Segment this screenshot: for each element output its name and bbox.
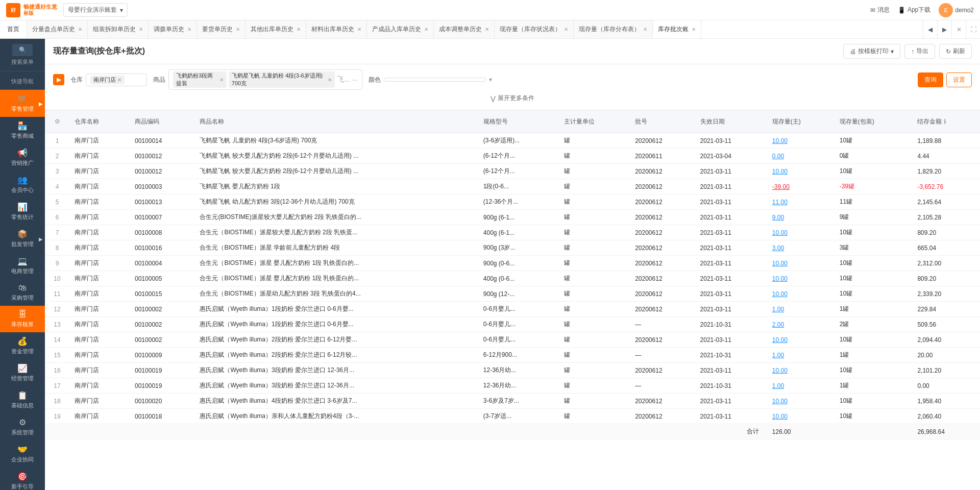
tab-close-icon[interactable]: ✕ [485, 27, 489, 32]
sidebar-item-retail-mgmt[interactable]: 🛒 零售管理 ▶ [0, 90, 45, 117]
product-tag-close-2[interactable]: ✕ [328, 77, 332, 83]
row-qty-main[interactable]: 3.00 [767, 240, 835, 256]
row-qty-main[interactable]: 10.00 [767, 332, 835, 348]
row-num: 14 [45, 332, 69, 348]
product-tag-group[interactable]: 飞鹤奶粉3段两提装 ✕ 飞鹤星飞帆 儿童奶粉 4段(3-6岁适用) 700克 ✕… [168, 69, 362, 90]
app-download-btn[interactable]: 📱 App下载 [898, 6, 930, 14]
row-warehouse: 南岸门店 [69, 348, 130, 363]
row-qty-main[interactable]: 10.00 [767, 256, 835, 271]
settings-btn[interactable]: 设置 [946, 72, 972, 87]
row-qty-main[interactable]: 10.00 [767, 286, 835, 302]
query-btn[interactable]: 查询 [918, 72, 943, 87]
tab-qitachu[interactable]: 其他出库单历史 ✕ [246, 20, 306, 38]
tab-xiancun2[interactable]: 现存量（库存分布表） ✕ [574, 20, 653, 38]
sidebar-item-basic-info[interactable]: 📋 基础信息 [0, 386, 45, 413]
export-btn[interactable]: ↑ 导出 [904, 44, 935, 59]
row-qty-pkg: 1罐 [835, 348, 913, 363]
sidebar-item-wholesale[interactable]: 📦 批发管理 ▶ [0, 225, 45, 252]
row-num: 3 [45, 164, 69, 179]
row-qty-main[interactable]: 10.00 [767, 271, 835, 286]
basic-info-icon: 📋 [17, 390, 28, 400]
tab-close-all-btn[interactable]: ✕ [951, 20, 966, 39]
app-download-label: App下载 [908, 6, 930, 14]
sidebar-item-operations[interactable]: 📈 经营管理 [0, 359, 45, 386]
row-qty-main[interactable]: 10.00 [767, 164, 835, 179]
sidebar-item-retail-stats[interactable]: 📊 零售统计 [0, 198, 45, 225]
row-qty-main[interactable]: -39.00 [767, 179, 835, 194]
row-qty-main[interactable]: 10.00 [767, 225, 835, 240]
warehouse-tag-group[interactable]: 南岸门店 ✕ [86, 74, 147, 86]
search-input-btn[interactable]: 🔍 [12, 44, 33, 56]
row-qty-main[interactable]: 10.00 [767, 409, 835, 424]
sidebar-item-system[interactable]: ⚙ 系统管理 [0, 413, 45, 440]
tab-chenbentr[interactable]: 成本调整单历史 ✕ [434, 20, 495, 38]
color-tag-group[interactable] [384, 78, 486, 82]
sidebar-item-purchase[interactable]: 🛍 采购管理 [0, 279, 45, 306]
refresh-btn[interactable]: ↻ 刷新 [939, 44, 972, 59]
members-icon: 👥 [17, 175, 28, 185]
sidebar-item-members[interactable]: 👥 会员中心 [0, 171, 45, 198]
row-qty-main[interactable]: 11.00 [767, 194, 835, 210]
expand-more-btn[interactable]: ⋁ 展开更多条件 [484, 92, 541, 105]
tab-close-icon[interactable]: ✕ [187, 27, 191, 32]
tab-home[interactable]: 首页 [0, 20, 27, 38]
warehouse-tag: 南岸门店 ✕ [90, 76, 125, 84]
row-qty-main[interactable]: 10.00 [767, 133, 835, 149]
print-btn[interactable]: 🖨 按模板打印 ▾ [843, 44, 900, 59]
tab-close-icon[interactable]: ✕ [78, 27, 82, 32]
tab-close-icon[interactable]: ✕ [564, 27, 568, 32]
row-qty-main[interactable]: 10.00 [767, 363, 835, 378]
row-qty-main[interactable]: 1.00 [767, 302, 835, 317]
product-more-dots[interactable]: 飞... [337, 75, 350, 84]
sidebar-item-collab[interactable]: 🤝 企业协同 [0, 440, 45, 468]
tab-close-icon[interactable]: ✕ [297, 27, 301, 32]
product-tag-close-1[interactable]: ✕ [219, 77, 224, 83]
row-expire: 2021-03-11 [695, 240, 767, 256]
tab-diaobodanls[interactable]: 调拨单历史 ✕ [149, 20, 197, 38]
col-setting-icon[interactable]: ⚙ [50, 114, 64, 129]
row-spec: 1段(0-6... [478, 179, 559, 194]
tab-kucunpici[interactable]: 库存批次账 ✕ [653, 20, 701, 38]
tab-close-icon[interactable]: ✕ [236, 27, 240, 32]
row-expire: 2021-10-31 [695, 378, 767, 394]
inventory-icon: 🗄 [18, 310, 27, 319]
sidebar-item-guide[interactable]: 🎯 新手引导 [0, 468, 45, 490]
tab-zuzchaijian[interactable]: 组装拆卸单历史 ✕ [88, 20, 149, 38]
expand-filter-btn[interactable]: ▶ [53, 74, 64, 85]
row-unit: 罐 [559, 210, 630, 225]
col-setting-header[interactable]: ⚙ [45, 110, 69, 133]
sidebar-item-finance[interactable]: 💰 资金管理 [0, 332, 45, 359]
row-qty-main[interactable]: 10.00 [767, 394, 835, 409]
tab-yaohuo[interactable]: 要货单历史 ✕ [197, 20, 246, 38]
sidebar-item-retail-mall[interactable]: 🏪 零售商城 [0, 117, 45, 144]
tab-close-icon[interactable]: ✕ [692, 27, 696, 32]
message-btn[interactable]: ✉ 消息 [870, 6, 890, 14]
tab-fenliangpan[interactable]: 分量盘点单历史 ✕ [27, 20, 88, 38]
row-qty-main[interactable]: 0.00 [767, 149, 835, 164]
tab-cailiaochu[interactable]: 材料出库单历史 ✕ [306, 20, 367, 38]
row-qty-main[interactable]: 1.00 [767, 348, 835, 363]
account-selector[interactable]: 母婴行业演示账套 ▾ [63, 3, 128, 17]
tab-close-icon[interactable]: ✕ [139, 27, 143, 32]
user-area[interactable]: E demo2 [939, 3, 974, 17]
row-num: 17 [45, 378, 69, 394]
tab-close-icon[interactable]: ✕ [424, 27, 428, 32]
sidebar-item-ecommerce[interactable]: 💻 电商管理 [0, 252, 45, 279]
tab-xiancun1[interactable]: 现存量（库存状况表） ✕ [495, 20, 574, 38]
tab-maximize-btn[interactable]: ⛶ [966, 20, 980, 39]
tab-close-icon[interactable]: ✕ [643, 27, 647, 32]
row-qty-main[interactable]: 2.00 [767, 317, 835, 332]
tab-prev-btn[interactable]: ◀ [923, 20, 937, 39]
tab-chanchenpin[interactable]: 产成品入库单历史 ✕ [367, 20, 434, 38]
tab-close-icon[interactable]: ✕ [357, 27, 361, 32]
row-qty-main[interactable]: 1.00 [767, 378, 835, 394]
sidebar-item-marketing[interactable]: 📢 营销推广 [0, 144, 45, 171]
content-area: 现存量查询(按仓库+批次) 🖨 按模板打印 ▾ ↑ 导出 ↻ 刷新 [45, 39, 980, 490]
table-row: 14 南岸门店 00100002 惠氏启赋（Wyeth illuma）2段奶粉 … [45, 332, 980, 348]
warehouse-tag-close[interactable]: ✕ [117, 77, 121, 83]
row-qty-main[interactable]: 9.00 [767, 210, 835, 225]
page-title: 现存量查询(按仓库+批次) [53, 46, 145, 57]
tab-next-btn[interactable]: ▶ [937, 20, 951, 39]
product-ellipsis[interactable]: ··· [352, 76, 358, 84]
sidebar-item-inventory[interactable]: 🗄 库存核算 [0, 306, 45, 332]
